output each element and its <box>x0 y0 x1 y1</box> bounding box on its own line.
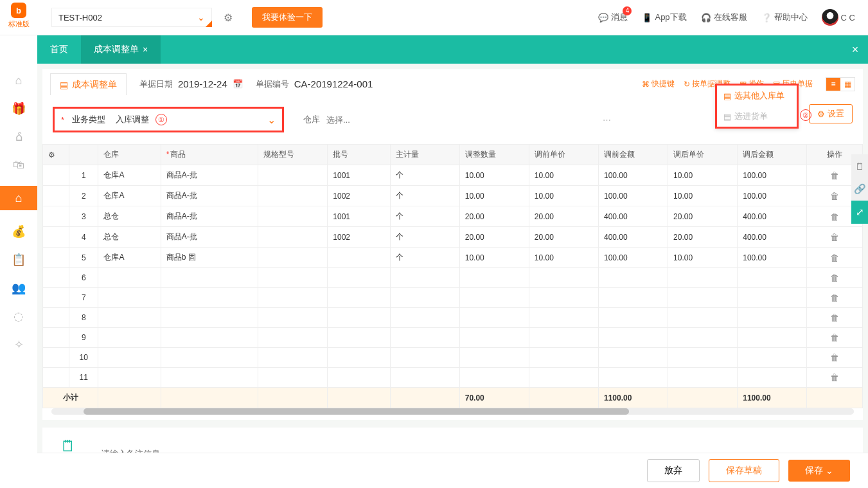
cell-spec[interactable] <box>258 308 328 328</box>
doc-type-tab[interactable]: ▤ 成本调整单 <box>50 73 127 96</box>
cell-unit[interactable]: 个 <box>390 206 459 227</box>
business-type-select[interactable]: * 业务类型 入库调整 ① ⌄ <box>53 107 284 132</box>
cell-spec[interactable] <box>258 186 328 206</box>
cell-batch[interactable]: 1002 <box>328 227 390 248</box>
row-setting-col[interactable]: ⚙ <box>43 145 69 165</box>
delete-row-icon[interactable]: 🗑 <box>830 352 839 363</box>
col-pre-price[interactable]: 调前单价 <box>529 145 598 165</box>
help-link[interactable]: ❔ 帮助中心 <box>761 12 808 23</box>
cell-spec[interactable] <box>258 248 328 268</box>
delete-row-icon[interactable]: 🗑 <box>830 232 839 242</box>
cell-spec[interactable] <box>258 227 328 248</box>
cell-product[interactable]: 商品b 固 <box>161 248 258 268</box>
cell-warehouse[interactable] <box>98 368 161 388</box>
horizontal-scrollbar[interactable] <box>51 408 854 415</box>
delete-row-icon[interactable]: 🗑 <box>830 312 839 323</box>
table-row[interactable]: 9🗑 <box>43 328 863 348</box>
table-row[interactable]: 2仓库A商品A-批1002个10.0010.00100.0010.00100.0… <box>43 186 863 206</box>
shortcut-action[interactable]: ⌘快捷键 <box>642 78 675 89</box>
more-icon[interactable]: ⋯ <box>603 115 612 125</box>
delete-row-icon[interactable]: 🗑 <box>830 212 839 222</box>
cell-pre-amount[interactable] <box>598 308 668 328</box>
cell-product[interactable]: 商品A-批 <box>161 206 258 227</box>
table-row[interactable]: 11🗑 <box>43 368 863 388</box>
cell-adj-qty[interactable] <box>459 268 529 288</box>
cell-spec[interactable] <box>258 328 328 348</box>
cell-batch[interactable] <box>328 288 390 308</box>
cell-adj-qty[interactable]: 20.00 <box>459 206 529 227</box>
cell-post-amount[interactable] <box>738 348 807 368</box>
cell-unit[interactable]: 个 <box>390 165 459 186</box>
col-adj-qty[interactable]: 调整数量 <box>459 145 529 165</box>
cell-post-amount[interactable] <box>738 308 807 328</box>
cell-product[interactable] <box>161 368 258 388</box>
delete-row-icon[interactable]: 🗑 <box>830 332 839 343</box>
cell-adj-qty[interactable]: 10.00 <box>459 165 529 186</box>
cell-pre-price[interactable]: 10.00 <box>529 186 598 206</box>
cell-pre-price[interactable]: 10.00 <box>529 165 598 186</box>
save-button[interactable]: 保存 ⌄ <box>788 460 850 482</box>
delete-row-icon[interactable]: 🗑 <box>830 293 839 303</box>
delete-row-icon[interactable]: 🗑 <box>830 273 839 283</box>
nav-money-icon[interactable]: 💰 <box>12 224 26 239</box>
app-download-link[interactable]: 📱 App下载 <box>642 12 686 23</box>
cell-warehouse[interactable]: 仓库A <box>98 248 161 268</box>
close-icon[interactable]: × <box>143 44 148 55</box>
col-batch[interactable]: 批号 <box>328 145 390 165</box>
cell-pre-amount[interactable] <box>598 328 668 348</box>
cell-adj-qty[interactable] <box>459 368 529 388</box>
cell-unit[interactable] <box>390 348 459 368</box>
cell-post-price[interactable] <box>668 368 738 388</box>
cell-batch[interactable] <box>328 268 390 288</box>
cell-pre-price[interactable] <box>529 268 598 288</box>
cell-pre-price[interactable]: 20.00 <box>529 206 598 227</box>
col-post-amount[interactable]: 调后金额 <box>738 145 807 165</box>
service-link[interactable]: 🎧 在线客服 <box>701 12 747 23</box>
cell-unit[interactable]: 个 <box>390 248 459 268</box>
table-row[interactable]: 1仓库A商品A-批1001个10.0010.00100.0010.00100.0… <box>43 165 863 186</box>
nav-house-icon[interactable]: ⌂̂ <box>15 130 22 144</box>
cell-post-price[interactable]: 10.00 <box>668 248 738 268</box>
cell-pre-price[interactable]: 10.00 <box>529 248 598 268</box>
doc-date-value[interactable]: 2019-12-24 <box>178 78 227 89</box>
cell-pre-price[interactable]: 20.00 <box>529 227 598 248</box>
cell-adj-qty[interactable] <box>459 288 529 308</box>
cell-warehouse[interactable]: 仓库A <box>98 165 161 186</box>
table-row[interactable]: 6🗑 <box>43 268 863 288</box>
cell-post-price[interactable] <box>668 268 738 288</box>
cell-spec[interactable] <box>258 165 328 186</box>
cell-post-price[interactable] <box>668 288 738 308</box>
nav-warehouse-icon[interactable]: ⌂ <box>0 186 37 210</box>
warehouse-input[interactable] <box>326 111 596 129</box>
tabs-close-all[interactable]: × <box>842 35 868 64</box>
cell-pre-price[interactable] <box>529 288 598 308</box>
nav-gift-icon[interactable]: 🎁 <box>12 102 26 116</box>
expand-tool-icon[interactable]: ⤢ <box>851 201 868 224</box>
cell-spec[interactable] <box>258 288 328 308</box>
cell-unit[interactable]: 个 <box>390 227 459 248</box>
column-setting-button[interactable]: ⚙ 设置 <box>809 104 853 123</box>
cell-adj-qty[interactable] <box>459 308 529 328</box>
cell-post-price[interactable] <box>668 328 738 348</box>
user-menu[interactable]: C C <box>822 9 855 26</box>
cell-product[interactable] <box>161 288 258 308</box>
cell-warehouse[interactable] <box>98 288 161 308</box>
calendar-icon[interactable]: 📅 <box>233 79 243 89</box>
cell-warehouse[interactable] <box>98 328 161 348</box>
cell-pre-price[interactable] <box>529 348 598 368</box>
nav-contacts-icon[interactable]: 👥 <box>12 281 26 295</box>
cell-unit[interactable] <box>390 288 459 308</box>
cell-post-amount[interactable]: 100.00 <box>738 186 807 206</box>
col-spec[interactable]: 规格型号 <box>258 145 328 165</box>
cell-pre-amount[interactable]: 400.00 <box>598 227 668 248</box>
cell-batch[interactable]: 1002 <box>328 186 390 206</box>
tab-home[interactable]: 首页 <box>37 35 81 64</box>
nav-home-icon[interactable]: ⌂ <box>15 74 22 87</box>
cell-warehouse[interactable]: 总仓 <box>98 206 161 227</box>
scrollbar-thumb[interactable] <box>84 408 629 415</box>
list-view-icon[interactable]: ≡ <box>826 78 840 91</box>
cell-post-price[interactable]: 10.00 <box>668 186 738 206</box>
cell-batch[interactable] <box>328 348 390 368</box>
cell-pre-amount[interactable]: 100.00 <box>598 248 668 268</box>
table-row[interactable]: 7🗑 <box>43 288 863 308</box>
